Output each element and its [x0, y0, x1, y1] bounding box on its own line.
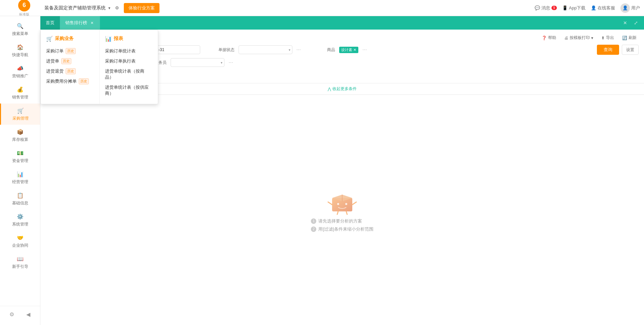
goods-tag[interactable]: 设计素 ✕ — [339, 47, 358, 53]
sidebar-item-label: 经营管理 — [12, 179, 28, 185]
sidebar-item-system[interactable]: ⚙️ 系统管理 — [0, 209, 40, 231]
tab-bar: 首页 销售排行榜 ✕ ✕ ⤢ — [40, 16, 644, 30]
salesman-dots[interactable]: ··· — [228, 59, 233, 66]
sidebar-item-enterprise[interactable]: 🤝 企业协同 — [0, 231, 40, 252]
sidebar-collapse-btn[interactable]: ◀ — [24, 310, 33, 319]
sidebar-item-finance[interactable]: 💵 资金管理 — [0, 146, 40, 167]
dropdown-item-purchase-order-exec[interactable]: 采购订单执行表 — [105, 56, 153, 66]
finance-icon: 💵 — [16, 149, 24, 157]
goods-dots[interactable]: ··· — [362, 47, 367, 53]
action-btns: 查询 设置 — [597, 45, 639, 55]
empty-illustration — [325, 188, 359, 215]
sidebar-item-label: 库存核算 — [12, 137, 28, 143]
sidebar-item-basic-info[interactable]: 📋 基础信息 — [0, 188, 40, 209]
purchase-order-exec-label: 采购订单执行表 — [105, 58, 136, 64]
sidebar-item-label: 销售管理 — [12, 94, 28, 100]
sidebar-item-label: 基础信息 — [12, 200, 28, 206]
tab-home[interactable]: 首页 — [40, 16, 60, 30]
dropdown-item-stock-return[interactable]: 进货退货 历史 — [46, 66, 94, 76]
system-title: 装备及固定资产辅助管理系统 — [44, 5, 106, 11]
settings-btn[interactable]: 设置 — [622, 45, 639, 55]
phone-icon: 📱 — [562, 5, 568, 10]
marketing-icon: 📣 — [16, 65, 24, 72]
sidebar-item-inventory[interactable]: 📦 库存核算 — [0, 125, 40, 146]
sidebar-item-sales[interactable]: 💰 销售管理 — [0, 82, 40, 104]
stock-in-label: 进货单 — [46, 58, 59, 64]
sidebar-settings-btn[interactable]: ⚙ — [7, 310, 16, 319]
svg-point-3 — [337, 203, 339, 205]
messages-label: 消息 — [541, 5, 550, 11]
sidebar-item-label: 资金管理 — [12, 158, 28, 164]
export-icon: ⬆ — [601, 36, 605, 40]
tab-sales-ranking-label: 销售排行榜 — [65, 20, 87, 26]
goods-tag-close-icon[interactable]: ✕ — [353, 48, 356, 52]
guide-icon: 📖 — [16, 255, 24, 262]
help-btn[interactable]: ❓ 帮助 — [540, 34, 558, 42]
collapse-btn[interactable]: ⋀ 收起更多条件 — [328, 86, 357, 92]
export-btn[interactable]: ⬆ 导出 — [599, 34, 616, 42]
dropdown-item-stock-in[interactable]: 进货单 历史 — [46, 56, 94, 66]
search-icon: 🔍 — [16, 22, 24, 30]
empty-hint-1-text: 请先选择要分析的方案 — [318, 218, 362, 224]
tab-home-label: 首页 — [46, 20, 55, 26]
refresh-icon: 🔄 — [622, 36, 627, 40]
messages-badge: 9 — [551, 6, 557, 10]
sidebar-item-operations[interactable]: 📊 经营管理 — [0, 167, 40, 188]
user-btn[interactable]: 👤 用户 — [620, 3, 640, 13]
sidebar-item-label: 搜索菜单 — [12, 31, 28, 37]
system-dropdown-btn[interactable]: ▾ — [108, 6, 110, 10]
tab-maximize-btn[interactable]: ⤢ — [632, 19, 640, 27]
document-status-wrap — [239, 45, 292, 54]
empty-hint-2-text: 用[过滤]条件来缩小分析范围 — [318, 226, 373, 232]
history-badge-1: 历史 — [61, 58, 71, 64]
export-label: 导出 — [606, 35, 614, 41]
sidebar-item-guide[interactable]: 📖 新手引导 — [0, 252, 40, 273]
sidebar-item-search[interactable]: 🔍 搜索菜单 — [0, 19, 40, 40]
gear-icon[interactable]: ⚙ — [113, 4, 121, 12]
dropdown-menu: 🛒 采购业务 采购订单 历史 进货单 历史 进货退货 历史 采购费用分摊单 历史… — [40, 30, 158, 104]
dropdown-item-stockin-stats-supplier[interactable]: 进货单统计表（按供应商） — [105, 82, 153, 98]
header-system: 装备及固定资产辅助管理系统 ▾ ⚙ 体验行业方案 — [44, 3, 535, 13]
goods-tag-label: 设计素 — [341, 47, 352, 52]
dropdown-item-stockin-stats-goods[interactable]: 进货单统计表（按商品） — [105, 66, 153, 82]
inventory-icon: 📦 — [16, 128, 24, 135]
dropdown-item-purchase-order[interactable]: 采购订单 历史 — [46, 46, 94, 56]
logo: 6 标准版 — [4, 0, 44, 17]
industry-btn[interactable]: 体验行业方案 — [124, 3, 159, 13]
online-service-btn[interactable]: 👤 在线客服 — [591, 5, 615, 11]
sales-icon: 💰 — [16, 86, 24, 93]
messages-btn[interactable]: 💬 消息 9 — [535, 5, 557, 11]
sidebar-item-purchase[interactable]: 🛒 采购管理 — [0, 104, 40, 125]
sidebar-item-quick-nav[interactable]: 🏠 快捷导航 — [0, 40, 40, 61]
tab-bar-right: ✕ ⤢ — [621, 19, 644, 27]
dropdown-item-purchase-order-stats[interactable]: 采购订单统计表 — [105, 46, 153, 56]
app-download-btn[interactable]: 📱 App下载 — [562, 5, 585, 11]
print-btn[interactable]: 🖨 按模板打印 ▾ — [562, 34, 595, 42]
report-header-label: 报表 — [114, 36, 123, 42]
system-icon: ⚙️ — [16, 213, 24, 220]
collapse-label: 收起更多条件 — [332, 86, 357, 92]
salesman-select[interactable] — [171, 58, 224, 67]
basic-info-icon: 📋 — [16, 192, 24, 199]
app-download-label: App下载 — [569, 5, 585, 11]
refresh-btn[interactable]: 🔄 刷新 — [620, 34, 639, 42]
dropdown-item-purchase-expense[interactable]: 采购费用分摊单 历史 — [46, 76, 94, 86]
query-btn[interactable]: 查询 — [597, 45, 619, 55]
svg-point-4 — [345, 203, 347, 205]
sidebar-footer: ⚙ ◀ — [0, 306, 40, 322]
tab-close-all-btn[interactable]: ✕ — [621, 19, 629, 27]
avatar: 👤 — [620, 3, 630, 13]
history-badge-2: 历史 — [66, 68, 76, 74]
tab-sales-ranking[interactable]: 销售排行榜 ✕ — [60, 16, 100, 30]
tab-close-icon[interactable]: ✕ — [89, 20, 95, 26]
refresh-label: 刷新 — [629, 35, 637, 41]
document-status-dots[interactable]: ··· — [296, 47, 301, 53]
purchase-header-icon: 🛒 — [46, 35, 53, 42]
dropdown-purchase-col: 🛒 采购业务 采购订单 历史 进货单 历史 进货退货 历史 采购费用分摊单 历史 — [41, 30, 100, 104]
logo-subtitle: 标准版 — [19, 12, 29, 17]
svg-line-7 — [337, 211, 338, 215]
document-status-select[interactable] — [239, 45, 292, 54]
print-label: 按模板打印 — [570, 35, 590, 41]
sidebar-item-marketing[interactable]: 📣 营销推广 — [0, 61, 40, 82]
empty-hint-2: 2 用[过滤]条件来缩小分析范围 — [311, 226, 373, 232]
